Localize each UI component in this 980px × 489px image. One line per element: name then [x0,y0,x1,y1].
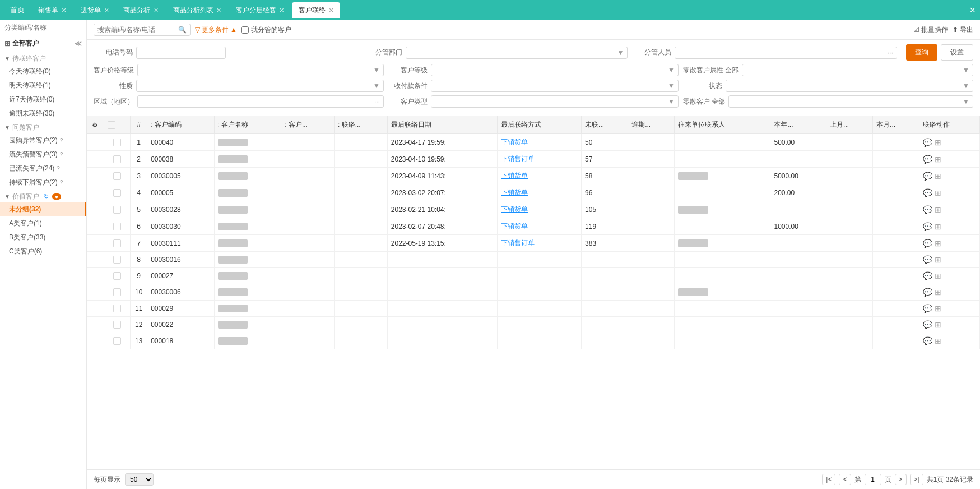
grid-action-icon[interactable]: ⊞ [935,288,941,297]
batch-op-btn[interactable]: ☑ 批量操作 [913,25,948,35]
filter-input-phone[interactable] [136,47,226,59]
col-this-month[interactable]: 本月... [873,116,919,134]
next-page-btn[interactable]: > [895,474,907,485]
close-purchase-tab[interactable]: × [104,6,109,14]
col-name[interactable]: : 客户名称 [214,116,281,134]
grid-action-icon[interactable]: ⊞ [935,336,941,345]
cell-checkbox[interactable] [104,284,131,301]
cell-checkbox[interactable] [104,268,131,284]
col-last-contact-date[interactable]: 最后联络日期 [387,116,497,134]
grid-action-icon[interactable]: ⊞ [935,205,941,214]
col-this-year[interactable]: 本年... [770,116,826,134]
chat-icon[interactable]: 💬 [923,222,932,231]
filter-select-dept[interactable]: ▼ [406,47,628,59]
cell-last-contact-way[interactable]: 下销售订单 [497,235,581,252]
close-product-list-tab[interactable]: × [217,6,221,14]
cell-last-contact-way[interactable]: 下销货单 [497,134,581,151]
problem-customer-group[interactable]: ▼ 问题客户 [0,121,86,133]
filter-select-nature[interactable]: ▼ [136,80,384,92]
col-checkbox[interactable] [104,116,131,134]
page-input[interactable] [865,474,881,485]
sidebar-item-churned[interactable]: 已流失客户(24) ? [0,162,86,176]
grid-action-icon[interactable]: ⊞ [935,222,941,231]
cell-checkbox[interactable] [104,168,131,184]
filter-more-btn[interactable]: ▽ 更多条件 ▲ [195,25,237,35]
cell-last-contact-way[interactable]: 下销货单 [497,218,581,235]
cell-checkbox[interactable] [104,333,131,349]
cell-checkbox[interactable] [104,201,131,218]
close-customer-tier-tab[interactable]: × [280,6,284,14]
cell-checkbox[interactable] [104,235,131,252]
tab-purchase[interactable]: 进货单 × [74,2,115,18]
chat-icon[interactable]: 💬 [923,320,932,329]
filter-search-icon[interactable]: 🔍 [178,26,187,34]
sidebar-item-hoarding[interactable]: 囤购异常客户(2) ? [0,133,86,147]
col-overdue[interactable]: 逾期... [628,116,675,134]
close-product-analysis-tab[interactable]: × [154,6,158,14]
grid-action-icon[interactable]: ⊞ [935,255,941,264]
first-page-btn[interactable]: |< [822,474,835,485]
filter-select-customer-level[interactable]: ▼ [431,64,679,76]
filter-search-input[interactable] [97,26,176,34]
col-unit-contact[interactable]: 往来单位联系人 [675,116,770,134]
grid-action-icon[interactable]: ⊞ [935,304,941,313]
grid-action-icon[interactable]: ⊞ [935,239,941,248]
sidebar-item-a-class[interactable]: A类客户(1) [0,216,86,230]
pending-contact-group[interactable]: ▼ 待联络客户 [0,52,86,64]
grid-action-icon[interactable]: ⊞ [935,138,941,147]
cell-checkbox[interactable] [104,134,131,151]
chat-icon[interactable]: 💬 [923,172,932,181]
value-customer-group[interactable]: ▼ 价值客户 ↻ ● [0,190,86,202]
tab-product-list[interactable]: 商品分析列表 × [166,2,228,18]
tab-customer-tier[interactable]: 客户分层经客 × [229,2,291,18]
cell-checkbox[interactable] [104,218,131,235]
close-sales-tab[interactable]: × [62,6,66,14]
grid-action-icon[interactable]: ⊞ [935,155,941,164]
refresh-icon[interactable]: ↻ [44,193,49,200]
chat-icon[interactable]: 💬 [923,304,932,313]
filter-select-status[interactable]: ▼ [726,80,973,92]
cell-last-contact-way[interactable]: 下销货单 [497,184,581,201]
col-customer-type[interactable]: : 客户... [281,116,335,134]
chat-icon[interactable]: 💬 [923,336,932,345]
tab-customer-contact[interactable]: 客户联络 × [292,2,340,18]
last-page-btn[interactable]: >| [910,474,923,485]
sidebar-search-input[interactable] [4,24,87,31]
prev-page-btn[interactable]: < [839,474,851,485]
tab-product-analysis[interactable]: 商品分析 × [117,2,165,18]
chat-icon[interactable]: 💬 [923,271,932,280]
filter-select-customer-type[interactable]: ▼ [431,95,679,108]
col-last-contact-way[interactable]: 最后联络方式 [497,116,581,134]
grid-action-icon[interactable]: ⊞ [935,188,941,197]
query-button[interactable]: 查询 [906,44,937,61]
my-customers-checkbox[interactable] [241,26,249,34]
all-customers-header[interactable]: ⊞ 全部客户 ≪ [0,35,86,52]
sidebar-item-churn-warning[interactable]: 流失预警客户(3) ? [0,147,86,162]
window-close-button[interactable]: × [969,4,976,16]
chat-icon[interactable]: 💬 [923,255,932,264]
tab-sales[interactable]: 销售单 × [31,2,73,18]
filter-select-retail-attr[interactable]: ▼ [742,64,973,76]
cell-checkbox[interactable] [104,184,131,201]
chat-icon[interactable]: 💬 [923,188,932,197]
filter-select-area[interactable]: ··· [137,95,384,108]
sidebar-item-7days[interactable]: 近7天待联络(0) [0,93,86,107]
col-last-month[interactable]: 上月... [826,116,873,134]
col-contact[interactable]: : 联络... [335,116,388,134]
tab-home[interactable]: 首页 [4,5,30,15]
cell-last-contact-way[interactable]: 下销货单 [497,201,581,218]
export-btn[interactable]: ⬆ 导出 [953,25,973,35]
sidebar-item-tomorrow[interactable]: 明天待联络(1) [0,79,86,93]
cell-checkbox[interactable] [104,252,131,268]
grid-action-icon[interactable]: ⊞ [935,271,941,280]
grid-action-icon[interactable]: ⊞ [935,172,941,181]
my-customers-filter[interactable]: 我分管的客户 [241,25,291,35]
chat-icon[interactable]: 💬 [923,205,932,214]
filter-select-price-level[interactable]: ▼ [137,64,384,76]
filter-select-retail-customer[interactable]: ▼ [728,95,973,108]
cell-last-contact-way[interactable]: 下销货单 [497,168,581,184]
col-uncontact[interactable]: 未联... [582,116,628,134]
sidebar-item-c-class[interactable]: C类客户(6) [0,245,86,259]
cell-last-contact-way[interactable]: 下销售订单 [497,151,581,168]
grid-action-icon[interactable]: ⊞ [935,320,941,329]
